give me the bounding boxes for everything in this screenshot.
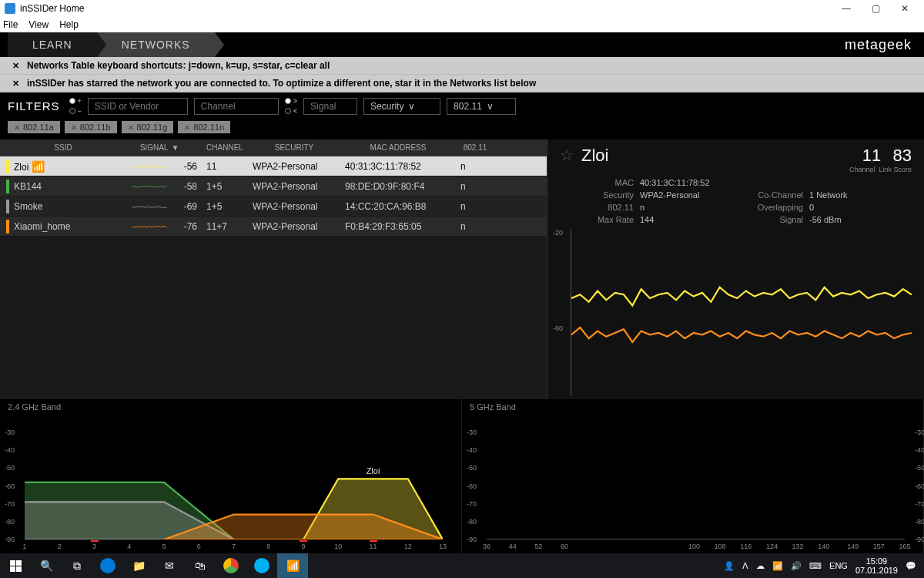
- window-title: inSSIDer Home: [20, 3, 832, 14]
- store-icon[interactable]: 🛍: [185, 553, 216, 578]
- col-signal[interactable]: SIGNAL▼: [117, 143, 202, 152]
- menu-file[interactable]: File: [3, 19, 18, 30]
- filter-chip[interactable]: ✕802.11n: [178, 121, 230, 133]
- filter-channel-input[interactable]: [194, 98, 279, 115]
- close-icon[interactable]: ✕: [14, 123, 20, 132]
- filter-radio-include[interactable]: + −: [69, 97, 82, 115]
- band-5ghz: 5 GHz Band -30-30-40-40-50-50-60-60-70-7…: [462, 399, 924, 553]
- filter-security-select[interactable]: Security∨: [363, 98, 440, 115]
- tip-shortcuts: ✕ Networks Table keyboard shortcuts: j=d…: [0, 57, 924, 75]
- wifi-icon: 📶: [32, 160, 45, 173]
- chevron-down-icon: ∨: [487, 101, 494, 112]
- col-channel[interactable]: CHANNEL: [202, 143, 248, 152]
- band-24ghz-plot: -30-40-50-60-70-80-9012345678910111213Zl…: [25, 415, 443, 539]
- filters-label: FILTERS: [8, 99, 60, 113]
- filter-chip[interactable]: ✕802.11b: [65, 121, 117, 133]
- filter-chip[interactable]: ✕802.11g: [122, 121, 174, 133]
- detail-grid: MAC40:31:3C:11:78:52 SecurityWPA2-Person…: [547, 176, 924, 229]
- filter-ssid-input[interactable]: [88, 98, 188, 115]
- close-icon[interactable]: ✕: [128, 123, 134, 132]
- system-tray: 👤 ᐱ ☁ 📶 🔊 ⌨ ENG 15:0907.01.2019 💬: [724, 556, 924, 575]
- detail-panel: ☆ Zloi 11 83 Channel Link Score MAC40:31…: [547, 139, 924, 399]
- edge-icon[interactable]: [92, 553, 123, 578]
- col-security[interactable]: SECURITY: [248, 143, 340, 152]
- chevron-down-icon: ∨: [408, 101, 415, 112]
- star-icon[interactable]: ☆: [560, 146, 574, 164]
- col-std[interactable]: 802.11: [456, 143, 494, 152]
- menu-view[interactable]: View: [28, 19, 49, 30]
- tray-volume-icon[interactable]: 🔊: [791, 561, 802, 571]
- tray-notifications-icon[interactable]: 💬: [906, 561, 916, 571]
- tray-clock[interactable]: 15:0907.01.2019: [855, 556, 898, 575]
- tip-starred: ✕ inSSIDer has starred the network you a…: [0, 75, 924, 92]
- inssider-taskbar-icon[interactable]: 📶: [277, 553, 308, 578]
- tips-bar: ✕ Networks Table keyboard shortcuts: j=d…: [0, 57, 924, 92]
- tray-lang[interactable]: ENG: [829, 561, 848, 570]
- mail-icon[interactable]: ✉: [154, 553, 185, 578]
- app-icon: [5, 3, 15, 14]
- tip-text: Networks Table keyboard shortcuts: j=dow…: [27, 60, 330, 71]
- close-icon[interactable]: ✕: [12, 79, 19, 89]
- maximize-button[interactable]: ▢: [861, 0, 890, 17]
- band-24ghz-title: 2.4 GHz Band: [0, 399, 461, 415]
- band-24ghz: 2.4 GHz Band -30-40-50-60-70-80-90123456…: [0, 399, 462, 553]
- start-button[interactable]: [0, 553, 31, 578]
- nav-tabs: LEARN NETWORKS metageek: [0, 32, 924, 57]
- filter-chip[interactable]: ✕802.11a: [8, 121, 60, 133]
- table-row[interactable]: Zloi 📶 -5611WPA2-Personal40:31:3C:11:78:…: [0, 156, 547, 176]
- search-icon[interactable]: 🔍: [31, 553, 62, 578]
- skype-icon[interactable]: [246, 553, 277, 578]
- detail-linkscore: 83: [893, 146, 912, 166]
- table-row[interactable]: Smoke -691+5WPA2-Personal14:CC:20:CA:96:…: [0, 197, 547, 217]
- filter-chips: ✕802.11a✕802.11b✕802.11g✕802.11n: [0, 118, 924, 139]
- sort-desc-icon: ▼: [171, 143, 179, 152]
- tab-networks[interactable]: NETWORKS: [97, 32, 215, 57]
- band-5ghz-title: 5 GHz Band: [462, 399, 923, 415]
- tip-text: inSSIDer has starred the network you are…: [27, 78, 536, 89]
- task-view-icon[interactable]: ⧉: [62, 553, 92, 578]
- band-charts: 2.4 GHz Band -30-40-50-60-70-80-90123456…: [0, 399, 924, 553]
- close-icon[interactable]: ✕: [71, 123, 77, 132]
- table-header: SSID SIGNAL▼ CHANNEL SECURITY MAC ADDRES…: [0, 139, 547, 156]
- networks-panel: SSID SIGNAL▼ CHANNEL SECURITY MAC ADDRES…: [0, 139, 547, 399]
- close-button[interactable]: ✕: [890, 0, 919, 17]
- close-icon[interactable]: ✕: [12, 61, 19, 71]
- tray-network-icon[interactable]: 📶: [772, 561, 783, 571]
- filter-signal-input[interactable]: [303, 98, 357, 115]
- menu-help[interactable]: Help: [59, 19, 79, 30]
- chrome-icon[interactable]: [216, 553, 246, 578]
- explorer-icon[interactable]: 📁: [123, 553, 154, 578]
- close-icon[interactable]: ✕: [184, 123, 190, 132]
- tab-learn[interactable]: LEARN: [8, 32, 97, 57]
- detail-channel: 11: [862, 146, 881, 166]
- table-row[interactable]: KB144 -581+5WPA2-Personal98:DE:D0:9F:80:…: [0, 176, 547, 197]
- detail-metrics: 11 83 Channel Link Score: [849, 146, 912, 173]
- menubar: File View Help: [0, 17, 924, 32]
- table-row[interactable]: Xiaomi_home -7611+7WPA2-PersonalF0:B4:29…: [0, 217, 547, 237]
- main-area: SSID SIGNAL▼ CHANNEL SECURITY MAC ADDRES…: [0, 139, 924, 399]
- brand-logo: metageek: [845, 32, 912, 57]
- tray-people-icon[interactable]: 👤: [724, 561, 735, 571]
- tray-onedrive-icon[interactable]: ☁: [756, 561, 765, 571]
- detail-ssid: Zloi: [581, 146, 842, 166]
- tray-chevron-up-icon[interactable]: ᐱ: [742, 561, 748, 571]
- minimize-button[interactable]: —: [832, 0, 861, 17]
- band-5ghz-plot: -30-30-40-40-50-50-60-60-70-70-80-80-90-…: [487, 415, 905, 539]
- tray-keyboard-icon[interactable]: ⌨: [809, 561, 822, 571]
- signal-chart: -20-60: [571, 229, 912, 396]
- filter-std-select[interactable]: 802.11∨: [447, 98, 516, 115]
- filters-row: FILTERS + − > < Security∨ 802.11∨: [0, 92, 924, 118]
- taskbar: 🔍 ⧉ 📁 ✉ 🛍 📶 👤 ᐱ ☁ 📶 🔊 ⌨ ENG 15:0907.01.2…: [0, 553, 924, 578]
- table-body: Zloi 📶 -5611WPA2-Personal40:31:3C:11:78:…: [0, 156, 547, 237]
- titlebar: inSSIDer Home — ▢ ✕: [0, 0, 924, 17]
- col-ssid[interactable]: SSID: [9, 143, 117, 152]
- filter-radio-signal[interactable]: > <: [285, 97, 297, 115]
- col-mac[interactable]: MAC ADDRESS: [340, 143, 456, 152]
